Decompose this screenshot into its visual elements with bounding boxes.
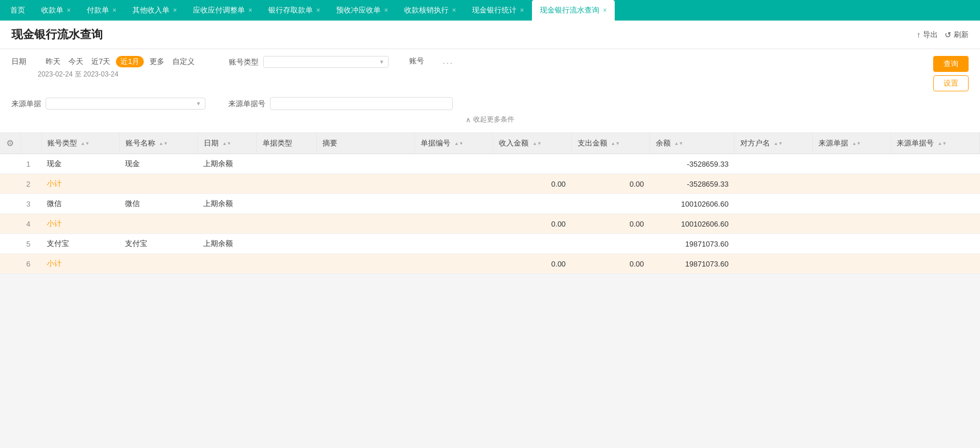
table-cell: [415, 194, 493, 214]
table-row: 2小计0.000.00-3528659.33: [0, 174, 980, 194]
page-header: 现金银行流水查询 ↑ 导出 ↺ 刷新: [0, 21, 980, 49]
table-cell: [734, 254, 812, 274]
sort-icon[interactable]: ▲▼: [80, 141, 90, 146]
nav-tab-2[interactable]: 其他收入单 ×: [124, 0, 185, 21]
gear-icon[interactable]: ⚙: [6, 138, 14, 148]
sort-icon[interactable]: ▲▼: [611, 141, 620, 146]
table-cell: [0, 194, 21, 214]
table-body: 1现金现金上期余额-3528659.332小计0.000.00-3528659.…: [0, 154, 980, 274]
table-cell: 0.00: [493, 214, 571, 234]
date-shortcut-1month[interactable]: 近1月: [116, 56, 144, 67]
table-cell: [813, 234, 891, 254]
refresh-button[interactable]: ↺ 刷新: [945, 30, 969, 40]
th-source-doc-no: 来源单据号 ▲▼: [891, 133, 980, 154]
date-shortcut-7days[interactable]: 近7天: [89, 56, 112, 67]
table-cell: 100102606.60: [650, 214, 734, 234]
date-range-text: 2023-02-24 至 2023-03-24: [38, 70, 118, 78]
table-cell: [257, 174, 317, 194]
filter-area: 日期 昨天 今天 近7天 近1月 更多 自定义 2023-02-24 至 202…: [0, 49, 980, 133]
table-cell: 19871073.60: [650, 254, 734, 274]
close-icon[interactable]: ×: [112, 6, 116, 14]
account-type-label: 账号类型: [229, 57, 259, 67]
collapse-bar[interactable]: ∧ 收起更多条件: [11, 112, 969, 128]
top-navigation: 首页 收款单 × 付款单 × 其他收入单 × 应收应付调整单 × 银行存取款单 …: [0, 0, 980, 21]
sort-icon[interactable]: ▲▼: [454, 141, 463, 146]
table-cell: [891, 174, 980, 194]
sort-icon[interactable]: ▲▼: [222, 141, 231, 146]
table-cell: [0, 234, 21, 254]
nav-tab-1[interactable]: 付款单 ×: [79, 0, 124, 21]
sort-icon[interactable]: ▲▼: [852, 141, 861, 146]
nav-tab-0[interactable]: 收款单 ×: [33, 0, 79, 21]
table-cell: 2: [21, 174, 41, 194]
query-button[interactable]: 查询: [933, 56, 969, 72]
table-cell: 小计: [41, 174, 119, 194]
table-cell: [317, 214, 415, 234]
close-icon[interactable]: ×: [384, 6, 388, 14]
nav-tab-5[interactable]: 预收冲应收单 ×: [328, 0, 396, 21]
close-icon[interactable]: ×: [603, 6, 607, 14]
nav-tab-7[interactable]: 现金银行统计 ×: [464, 0, 532, 21]
table-cell: 上期余额: [197, 234, 256, 254]
table-cell: 支付宝: [41, 234, 119, 254]
account-label: 账号: [409, 56, 438, 66]
sort-icon[interactable]: ▲▼: [533, 141, 542, 146]
table-cell: [257, 194, 317, 214]
account-more-icon[interactable]: ...: [442, 56, 453, 66]
table-cell: [891, 234, 980, 254]
settings-button[interactable]: 设置: [933, 75, 969, 91]
table-cell: 0.00: [493, 254, 571, 274]
table-cell: [734, 174, 812, 194]
close-icon[interactable]: ×: [173, 6, 177, 14]
table-cell: 0.00: [493, 174, 571, 194]
sort-icon[interactable]: ▲▼: [938, 141, 947, 146]
collapse-up-icon: ∧: [466, 116, 471, 124]
th-num: [21, 133, 41, 154]
date-shortcut-today[interactable]: 今天: [66, 56, 86, 67]
table-cell: [257, 254, 317, 274]
table-cell: [317, 234, 415, 254]
table-cell: [891, 254, 980, 274]
table-cell: 微信: [119, 194, 197, 214]
table-cell: [197, 174, 256, 194]
th-counterpart: 对方户名 ▲▼: [734, 133, 812, 154]
table-cell: [493, 234, 571, 254]
close-icon[interactable]: ×: [520, 6, 524, 14]
table-cell: [813, 174, 891, 194]
table-row: 6小计0.000.0019871073.60: [0, 254, 980, 274]
date-shortcut-more[interactable]: 更多: [147, 56, 167, 67]
export-button[interactable]: ↑ 导出: [917, 30, 938, 40]
table-cell: [197, 254, 256, 274]
table-row: 4小计0.000.00100102606.60: [0, 214, 980, 234]
source-doc-no-input[interactable]: [270, 97, 453, 110]
source-doc-select[interactable]: ▾: [46, 98, 205, 110]
date-shortcut-yesterday[interactable]: 昨天: [43, 56, 63, 67]
table-cell: 现金: [119, 154, 197, 174]
table-cell: [119, 214, 197, 234]
sort-icon[interactable]: ▲▼: [159, 141, 168, 146]
nav-tab-4[interactable]: 银行存取款单 ×: [260, 0, 328, 21]
table-cell: -3528659.33: [650, 174, 734, 194]
table-cell: [257, 214, 317, 234]
close-icon[interactable]: ×: [452, 6, 456, 14]
table-cell: [571, 154, 650, 174]
sort-icon[interactable]: ▲▼: [774, 141, 783, 146]
nav-home[interactable]: 首页: [2, 0, 33, 21]
table-cell: [0, 214, 21, 234]
page-title: 现金银行流水查询: [11, 27, 103, 42]
nav-tab-6[interactable]: 收款核销执行 ×: [396, 0, 464, 21]
nav-tab-8[interactable]: 现金银行流水查询 ×: [532, 0, 615, 21]
close-icon[interactable]: ×: [316, 6, 320, 14]
date-shortcut-custom[interactable]: 自定义: [170, 56, 197, 67]
table-cell: 4: [21, 214, 41, 234]
th-account-type: 账号类型 ▲▼: [41, 133, 119, 154]
account-type-select[interactable]: ▾: [263, 56, 389, 68]
close-icon[interactable]: ×: [67, 6, 71, 14]
close-icon[interactable]: ×: [248, 6, 252, 14]
table-cell: -3528659.33: [650, 154, 734, 174]
nav-tab-3[interactable]: 应收应付调整单 ×: [185, 0, 260, 21]
table-cell: [197, 214, 256, 234]
sort-icon[interactable]: ▲▼: [674, 141, 683, 146]
table-cell: [317, 194, 415, 214]
table-cell: 支付宝: [119, 234, 197, 254]
